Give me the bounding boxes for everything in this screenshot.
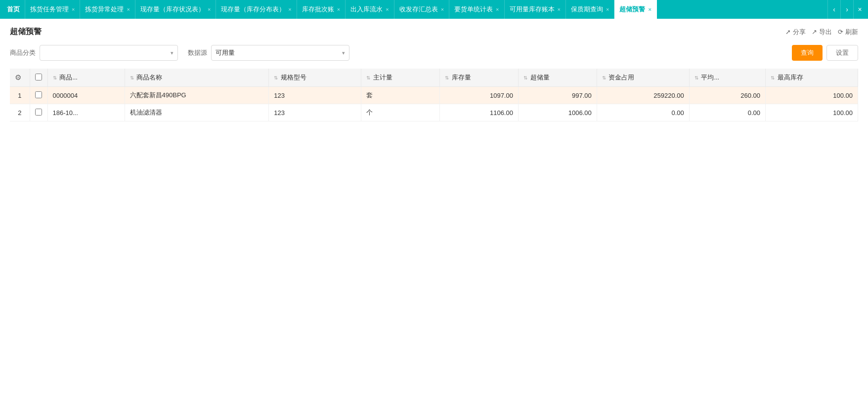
refresh-icon: ⟳: [838, 28, 843, 36]
sort-icon: ⇅: [274, 75, 278, 80]
row-product-name: 机油滤清器: [125, 104, 269, 121]
col-stock[interactable]: ⇅ 库存量: [440, 69, 519, 87]
close-tab-11-icon[interactable]: ×: [648, 6, 651, 12]
close-tab-1-icon[interactable]: ×: [72, 6, 75, 12]
row-avg: 260.00: [689, 87, 765, 104]
col-overstock[interactable]: ⇅ 超储量: [518, 69, 597, 87]
col-product-name[interactable]: ⇅ 商品名称: [125, 69, 269, 87]
row-max-stock: 100.00: [765, 104, 858, 121]
page-container: 超储预警 ➚ 分享 ↗ 导出 ⟳ 刷新 商品分类 ▾ 数据源: [0, 19, 868, 395]
row-overstock: 1006.00: [518, 104, 597, 121]
nav-tab-11[interactable]: 超储预警 ×: [614, 0, 656, 19]
select-all-checkbox[interactable]: [35, 74, 42, 80]
header-actions: ➚ 分享 ↗ 导出 ⟳ 刷新: [785, 28, 858, 37]
close-tab-2-icon[interactable]: ×: [127, 6, 130, 12]
gear-icon[interactable]: ⚙: [15, 73, 21, 81]
row-checkbox-cell: [30, 87, 47, 104]
sort-icon: ⇅: [694, 75, 698, 80]
nav-tab-4[interactable]: 现存量（库存分布表） ×: [216, 0, 297, 19]
col-checkbox: [30, 69, 47, 87]
row-overstock: 997.00: [518, 87, 597, 104]
col-settings: ⚙: [10, 69, 30, 87]
category-chevron-icon: ▾: [171, 50, 174, 56]
col-unit[interactable]: ⇅ 主计量: [361, 69, 440, 87]
datasource-filter-group: 数据源 可用量 ▾: [188, 45, 349, 61]
col-capital[interactable]: ⇅ 资金占用: [597, 69, 689, 87]
nav-arrows: ‹ › ×: [827, 0, 866, 19]
sort-icon: ⇅: [523, 75, 527, 80]
category-label: 商品分类: [10, 48, 36, 57]
top-navigation: 首页 拣货任务管理 × 拣货异常处理 × 现存量（库存状况表） × 现存量（库存…: [0, 0, 868, 19]
row-unit: 个: [361, 104, 440, 121]
query-button[interactable]: 查询: [792, 45, 823, 61]
filter-row: 商品分类 ▾ 数据源 可用量 ▾ 查询 设置: [10, 45, 858, 61]
export-button[interactable]: ↗ 导出: [812, 28, 832, 37]
close-tab-5-icon[interactable]: ×: [337, 6, 340, 12]
nav-tab-2[interactable]: 拣货异常处理 ×: [80, 0, 135, 19]
nav-tab-6[interactable]: 出入库流水 ×: [346, 0, 394, 19]
sort-icon: ⇅: [771, 75, 775, 80]
datasource-label: 数据源: [188, 48, 207, 57]
sort-icon: ⇅: [366, 75, 370, 80]
col-spec[interactable]: ⇅ 规格型号: [269, 69, 361, 87]
share-icon: ➚: [785, 28, 791, 36]
col-max-stock[interactable]: ⇅ 最高库存: [765, 69, 858, 87]
row-checkbox[interactable]: [35, 91, 42, 98]
datasource-value: 可用量: [216, 48, 235, 57]
share-button[interactable]: ➚ 分享: [785, 28, 806, 37]
row-stock: 1097.00: [440, 87, 519, 104]
nav-tab-home[interactable]: 首页: [2, 0, 25, 19]
close-tab-3-icon[interactable]: ×: [208, 6, 211, 12]
table-header: ⚙ ⇅ 商品... ⇅ 商品名称 ⇅ 规格型号 ⇅: [10, 69, 858, 87]
row-product-name: 六配套新昌490BPG: [125, 87, 269, 104]
row-max-stock: 100.00: [765, 87, 858, 104]
category-select[interactable]: ▾: [40, 45, 178, 61]
export-icon: ↗: [812, 28, 817, 36]
nav-tab-10[interactable]: 保质期查询 ×: [566, 0, 614, 19]
table-body: 1 0000004 六配套新昌490BPG 123 套 1097.00 997.…: [10, 87, 858, 121]
row-checkbox-cell: [30, 104, 47, 121]
data-table: ⚙ ⇅ 商品... ⇅ 商品名称 ⇅ 规格型号 ⇅: [10, 69, 858, 121]
row-capital: 0.00: [597, 104, 689, 121]
close-tab-8-icon[interactable]: ×: [496, 6, 499, 12]
row-number: 1: [10, 87, 30, 104]
col-avg[interactable]: ⇅ 平均...: [689, 69, 765, 87]
table-row: 1 0000004 六配套新昌490BPG 123 套 1097.00 997.…: [10, 87, 858, 104]
refresh-button[interactable]: ⟳ 刷新: [838, 28, 858, 37]
category-filter-group: 商品分类 ▾: [10, 45, 178, 61]
row-number: 2: [10, 104, 30, 121]
filter-actions: 查询 设置: [792, 45, 858, 61]
close-tab-9-icon[interactable]: ×: [558, 6, 561, 12]
page-title: 超储预警: [10, 27, 42, 37]
row-product-code: 0000004: [47, 87, 125, 104]
nav-close-button[interactable]: ×: [853, 0, 866, 19]
sort-icon: ⇅: [130, 75, 134, 80]
nav-next-button[interactable]: ›: [840, 0, 853, 19]
nav-tab-9[interactable]: 可用量库存账本 ×: [505, 0, 566, 19]
row-spec: 123: [269, 87, 361, 104]
row-stock: 1106.00: [440, 104, 519, 121]
sort-icon: ⇅: [602, 75, 606, 80]
nav-tab-8[interactable]: 要货单统计表 ×: [449, 0, 504, 19]
close-tab-7-icon[interactable]: ×: [441, 6, 444, 12]
row-unit: 套: [361, 87, 440, 104]
table-row: 2 186-10... 机油滤清器 123 个 1106.00 1006.00 …: [10, 104, 858, 121]
col-product-code[interactable]: ⇅ 商品...: [47, 69, 125, 87]
close-tab-4-icon[interactable]: ×: [288, 6, 291, 12]
nav-prev-button[interactable]: ‹: [827, 0, 840, 19]
sort-icon: ⇅: [53, 75, 57, 80]
row-checkbox[interactable]: [35, 109, 42, 116]
row-product-code: 186-10...: [47, 104, 125, 121]
nav-tab-7[interactable]: 收发存汇总表 ×: [394, 0, 449, 19]
close-tab-10-icon[interactable]: ×: [606, 6, 609, 12]
row-avg: 0.00: [689, 104, 765, 121]
datasource-chevron-icon: ▾: [342, 50, 345, 56]
nav-tab-3[interactable]: 现存量（库存状况表） ×: [135, 0, 216, 19]
close-tab-6-icon[interactable]: ×: [386, 6, 389, 12]
nav-tab-1[interactable]: 拣货任务管理 ×: [25, 0, 80, 19]
page-header: 超储预警 ➚ 分享 ↗ 导出 ⟳ 刷新: [10, 27, 858, 37]
nav-tab-5[interactable]: 库存批次账 ×: [297, 0, 346, 19]
datasource-select[interactable]: 可用量 ▾: [211, 45, 349, 61]
settings-button[interactable]: 设置: [826, 45, 858, 61]
sort-icon: ⇅: [445, 75, 449, 80]
